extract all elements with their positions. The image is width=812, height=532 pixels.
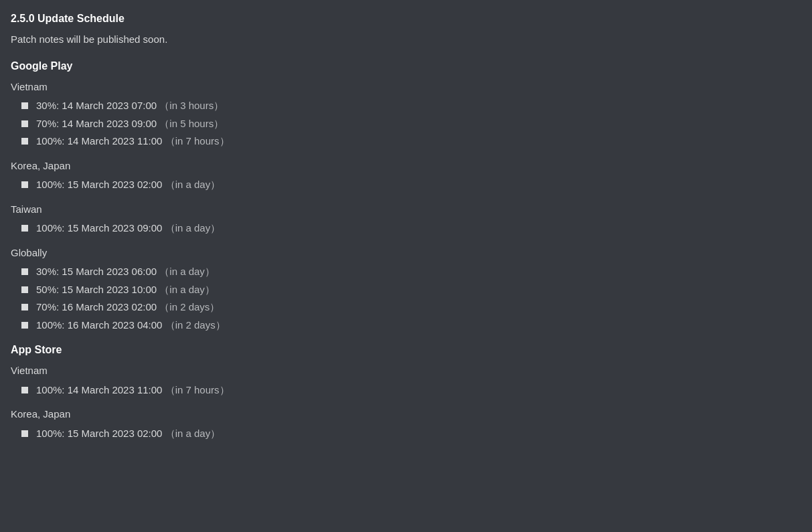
region-title: Globally [11, 246, 801, 261]
relative-time: （in a day） [165, 222, 221, 234]
region-title: Vietnam [11, 363, 801, 379]
schedule-text: 70%: 16 March 2023 02:00 （in 2 days） [36, 300, 220, 315]
region-section: Vietnam100%: 14 March 2023 11:00 （in 7 h… [11, 363, 801, 397]
bullet-icon [21, 120, 28, 127]
schedule-list: 100%: 15 March 2023 02:00 （in a day） [11, 426, 801, 442]
region-title: Korea, Japan [11, 407, 801, 422]
schedule-item: 100%: 14 March 2023 11:00 （in 7 hours） [11, 383, 801, 398]
relative-time: （in 7 hours） [165, 135, 230, 147]
region-section: Vietnam30%: 14 March 2023 07:00 （in 3 ho… [11, 80, 801, 149]
schedule-text: 100%: 14 March 2023 11:00 （in 7 hours） [36, 134, 230, 149]
bullet-icon [21, 102, 28, 109]
schedule-item: 30%: 15 March 2023 06:00 （in a day） [11, 264, 801, 280]
schedule-text: 30%: 14 March 2023 07:00 （in 3 hours） [36, 98, 224, 114]
schedule-text: 100%: 15 March 2023 09:00 （in a day） [36, 221, 220, 236]
bullet-icon [21, 430, 28, 437]
region-section: Korea, Japan100%: 15 March 2023 02:00 （i… [11, 159, 801, 193]
platforms-container: Google PlayVietnam30%: 14 March 2023 07:… [11, 58, 801, 442]
bullet-icon [21, 181, 28, 188]
relative-time: （in 2 days） [165, 319, 226, 331]
schedule-text: 100%: 14 March 2023 11:00 （in 7 hours） [36, 383, 230, 398]
relative-time: （in a day） [159, 284, 215, 295]
platform-title: App Store [11, 342, 801, 358]
relative-time: （in 3 hours） [159, 100, 224, 111]
region-section: Korea, Japan100%: 15 March 2023 02:00 （i… [11, 407, 801, 441]
schedule-text: 100%: 16 March 2023 04:00 （in 2 days） [36, 318, 226, 333]
patch-note: Patch notes will be published soon. [11, 32, 801, 48]
platform-section: Google PlayVietnam30%: 14 March 2023 07:… [11, 58, 801, 333]
schedule-item: 100%: 14 March 2023 11:00 （in 7 hours） [11, 134, 801, 149]
schedule-text: 100%: 15 March 2023 02:00 （in a day） [36, 426, 220, 442]
region-section: Taiwan100%: 15 March 2023 09:00 （in a da… [11, 202, 801, 236]
bullet-icon [21, 387, 28, 393]
page-title: 2.5.0 Update Schedule [11, 11, 801, 27]
schedule-text: 30%: 15 March 2023 06:00 （in a day） [36, 264, 215, 280]
relative-time: （in 7 hours） [165, 384, 230, 395]
relative-time: （in a day） [165, 428, 221, 439]
bullet-icon [21, 286, 28, 293]
platform-title: Google Play [11, 58, 801, 74]
page-container: 2.5.0 Update Schedule Patch notes will b… [11, 11, 801, 48]
schedule-text: 100%: 15 March 2023 02:00 （in a day） [36, 177, 220, 193]
schedule-item: 50%: 15 March 2023 10:00 （in a day） [11, 282, 801, 298]
schedule-item: 100%: 15 March 2023 02:00 （in a day） [11, 177, 801, 193]
region-title: Vietnam [11, 80, 801, 95]
schedule-item: 100%: 15 March 2023 02:00 （in a day） [11, 426, 801, 442]
schedule-item: 100%: 16 March 2023 04:00 （in 2 days） [11, 318, 801, 333]
relative-time: （in a day） [165, 179, 221, 190]
relative-time: （in a day） [159, 266, 215, 277]
relative-time: （in 5 hours） [159, 118, 224, 129]
region-title: Korea, Japan [11, 159, 801, 174]
region-section: Globally30%: 15 March 2023 06:00 （in a d… [11, 246, 801, 333]
schedule-list: 100%: 15 March 2023 02:00 （in a day） [11, 177, 801, 193]
schedule-item: 30%: 14 March 2023 07:00 （in 3 hours） [11, 98, 801, 114]
schedule-text: 70%: 14 March 2023 09:00 （in 5 hours） [36, 116, 224, 132]
bullet-icon [21, 225, 28, 232]
schedule-text: 50%: 15 March 2023 10:00 （in a day） [36, 282, 215, 298]
bullet-icon [21, 304, 28, 311]
schedule-list: 100%: 14 March 2023 11:00 （in 7 hours） [11, 383, 801, 398]
bullet-icon [21, 268, 28, 275]
schedule-list: 30%: 15 March 2023 06:00 （in a day）50%: … [11, 264, 801, 333]
schedule-list: 30%: 14 March 2023 07:00 （in 3 hours）70%… [11, 98, 801, 149]
schedule-item: 70%: 14 March 2023 09:00 （in 5 hours） [11, 116, 801, 132]
platform-section: App StoreVietnam100%: 14 March 2023 11:0… [11, 342, 801, 441]
bullet-icon [21, 322, 28, 329]
schedule-item: 100%: 15 March 2023 09:00 （in a day） [11, 221, 801, 236]
region-title: Taiwan [11, 202, 801, 217]
schedule-list: 100%: 15 March 2023 09:00 （in a day） [11, 221, 801, 236]
bullet-icon [21, 138, 28, 145]
schedule-item: 70%: 16 March 2023 02:00 （in 2 days） [11, 300, 801, 315]
relative-time: （in 2 days） [159, 301, 220, 313]
